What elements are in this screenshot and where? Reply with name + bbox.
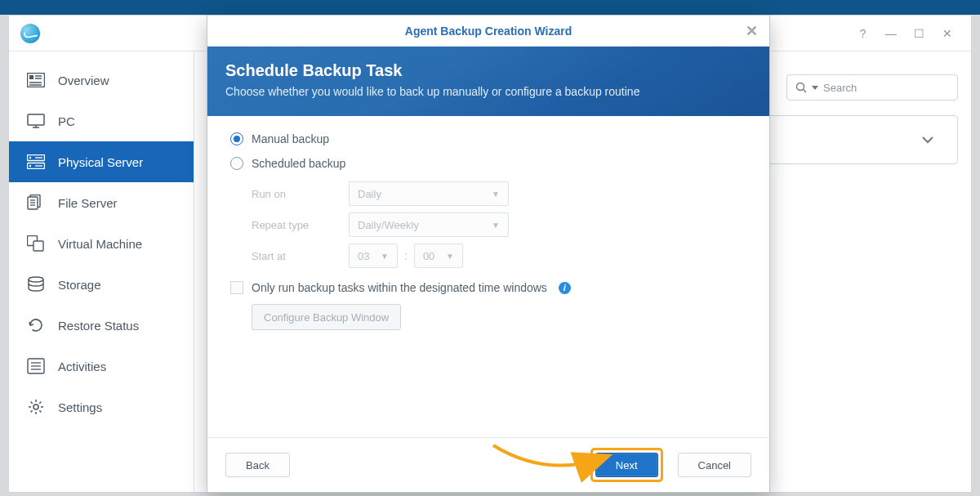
caret-down-icon: ▼ <box>381 252 389 261</box>
radio-icon <box>230 132 243 145</box>
file-server-icon <box>27 194 45 211</box>
modal-heading: Schedule Backup Task <box>225 61 751 80</box>
sidebar-item-pc[interactable]: PC <box>9 101 194 141</box>
time-separator: : <box>404 249 408 262</box>
maximize-icon[interactable]: ☐ <box>907 27 932 40</box>
radio-label: Scheduled backup <box>252 157 345 170</box>
start-minute-select[interactable]: 00 ▼ <box>414 244 463 268</box>
close-icon[interactable]: ✕ <box>935 27 960 40</box>
sidebar-item-overview[interactable]: Overview <box>9 60 194 101</box>
caret-down-icon: ▼ <box>492 221 500 230</box>
modal-titlebar: Agent Backup Creation Wizard ✕ <box>207 16 769 47</box>
svg-rect-21 <box>33 241 43 251</box>
checkbox-label: Only run backup tasks within the designa… <box>252 281 547 294</box>
sidebar-item-label: Virtual Machine <box>58 237 142 251</box>
search-dropdown-caret-icon <box>812 84 818 91</box>
sidebar-item-label: Activities <box>58 360 106 373</box>
svg-point-11 <box>29 157 31 159</box>
sidebar-item-label: Restore Status <box>58 319 139 333</box>
chevron-down-icon <box>921 135 934 145</box>
sidebar-item-label: Physical Server <box>58 155 143 169</box>
cancel-button[interactable]: Cancel <box>678 453 751 477</box>
window-controls: ? — ☐ ✕ <box>851 26 960 41</box>
sidebar: Overview PC Physical Server File Server <box>9 51 194 492</box>
time-window-checkbox-row[interactable]: Only run backup tasks within the designa… <box>230 281 746 294</box>
sidebar-item-restore-status[interactable]: Restore Status <box>9 305 194 346</box>
sidebar-item-physical-server[interactable]: Physical Server <box>9 141 194 182</box>
checkbox-icon <box>230 281 243 294</box>
sidebar-item-file-server[interactable]: File Server <box>9 182 194 223</box>
radio-label: Manual backup <box>252 132 329 145</box>
help-icon[interactable]: ? <box>851 27 875 40</box>
repeat-type-select[interactable]: Daily/Weekly ▼ <box>349 212 509 237</box>
sidebar-item-label: File Server <box>58 196 118 210</box>
search-placeholder: Search <box>823 82 857 94</box>
svg-marker-30 <box>812 86 818 90</box>
svg-point-22 <box>29 277 43 282</box>
search-icon <box>795 82 807 93</box>
run-on-label: Run on <box>230 188 349 200</box>
sidebar-item-settings[interactable]: Settings <box>9 387 194 427</box>
sidebar-item-label: Overview <box>58 74 109 87</box>
svg-rect-6 <box>28 114 44 125</box>
modal-footer: Back Next Cancel <box>207 437 769 492</box>
sidebar-item-label: Storage <box>58 278 101 292</box>
svg-rect-1 <box>29 75 33 79</box>
info-icon[interactable]: i <box>559 282 571 294</box>
modal-subtitle: Choose whether you would like to back up… <box>225 85 751 98</box>
annotation-highlight: Next <box>590 448 663 482</box>
app-logo-icon <box>20 24 40 43</box>
select-value: 03 <box>358 250 369 262</box>
scheduled-options: Run on Daily ▼ Repeat type Daily/Weekly … <box>230 181 746 268</box>
sidebar-item-label: PC <box>58 114 75 128</box>
repeat-type-label: Repeat type <box>230 219 349 231</box>
minimize-icon[interactable]: — <box>879 27 903 40</box>
desktop-topbar <box>0 0 980 15</box>
back-button[interactable]: Back <box>225 453 290 477</box>
run-on-select[interactable]: Daily ▼ <box>349 181 509 206</box>
svg-point-28 <box>797 83 804 91</box>
configure-backup-window-button[interactable]: Configure Backup Window <box>252 304 401 330</box>
search-input[interactable]: Search <box>786 74 958 101</box>
pc-icon <box>27 113 45 129</box>
select-value: Daily <box>358 188 381 200</box>
sidebar-item-activities[interactable]: Activities <box>9 346 194 387</box>
sidebar-item-label: Settings <box>58 400 102 414</box>
sidebar-item-storage[interactable]: Storage <box>9 264 194 305</box>
modal-banner: Schedule Backup Task Choose whether you … <box>207 47 769 116</box>
modal-close-icon[interactable]: ✕ <box>746 22 758 40</box>
next-button[interactable]: Next <box>595 453 658 477</box>
radio-manual-backup[interactable]: Manual backup <box>230 132 746 145</box>
overview-icon <box>27 72 45 88</box>
wizard-modal: Agent Backup Creation Wizard ✕ Schedule … <box>207 15 770 493</box>
restore-status-icon <box>27 317 45 333</box>
physical-server-icon <box>27 154 45 170</box>
select-value: Daily/Weekly <box>358 219 419 231</box>
modal-title: Agent Backup Creation Wizard <box>405 25 572 38</box>
radio-icon <box>230 157 243 170</box>
svg-line-29 <box>804 90 807 93</box>
sidebar-item-virtual-machine[interactable]: Virtual Machine <box>9 223 194 264</box>
virtual-machine-icon <box>27 235 45 252</box>
gear-icon <box>27 399 45 415</box>
select-value: 00 <box>423 250 434 262</box>
svg-point-12 <box>29 165 31 167</box>
storage-icon <box>27 276 45 293</box>
modal-content: Manual backup Scheduled backup Run on Da… <box>207 116 769 437</box>
caret-down-icon: ▼ <box>492 190 500 199</box>
start-at-label: Start at <box>230 250 349 262</box>
activities-icon <box>27 358 45 374</box>
svg-point-27 <box>33 404 38 409</box>
caret-down-icon: ▼ <box>446 252 454 261</box>
start-hour-select[interactable]: 03 ▼ <box>349 244 398 268</box>
radio-scheduled-backup[interactable]: Scheduled backup <box>230 157 746 170</box>
